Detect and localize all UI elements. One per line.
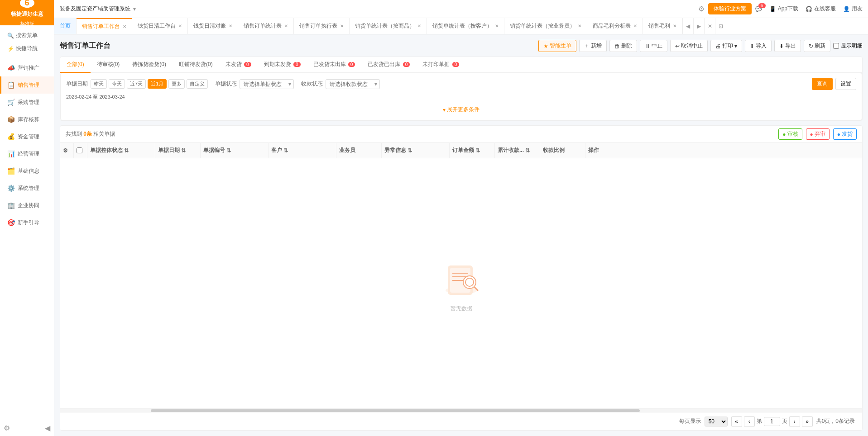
sidebar-item-sales-promo[interactable]: 📣 营销推广	[0, 59, 54, 76]
app-download-link[interactable]: 📱 App下载	[769, 5, 798, 13]
tab-expand-btn[interactable]: ⊡	[715, 18, 726, 34]
tab-close-icon[interactable]: ✕	[123, 24, 126, 29]
date-btn-custom[interactable]: 自定义	[187, 79, 208, 89]
settings-btn[interactable]: 设置	[835, 78, 856, 90]
industry-btn[interactable]: 体验行业方案	[708, 3, 752, 14]
tab-close-icon[interactable]: ✕	[417, 24, 421, 28]
tab-goods-stat-customer[interactable]: 销货单统计表（按客户） ✕	[427, 18, 504, 34]
user-menu[interactable]: 👤 用友	[843, 5, 863, 13]
approve-btn[interactable]: ● 审核	[778, 128, 802, 140]
page-next-btn[interactable]: ›	[789, 416, 800, 427]
tab-next-btn[interactable]: ▶	[693, 18, 704, 34]
filter-tab-not-printed[interactable]: 未打印单据 0	[416, 57, 465, 73]
smart-btn[interactable]: ★ 智能生单	[538, 40, 576, 52]
date-btn-more[interactable]: 更多	[168, 79, 185, 89]
page-input[interactable]	[764, 417, 780, 426]
quick-nav-item[interactable]: ⚡ 快捷导航	[4, 42, 50, 55]
tab-goods-margin[interactable]: 商品毛利分析表 ✕	[587, 18, 643, 34]
filter-tab-expired[interactable]: 到期未发货 0	[258, 57, 307, 73]
tab-close-icon[interactable]: ✕	[229, 24, 232, 28]
tab-prev-btn[interactable]: ◀	[682, 18, 693, 34]
query-btn[interactable]: 查询	[812, 78, 833, 90]
pause-btn[interactable]: ⏸ 中止	[640, 40, 667, 52]
add-btn[interactable]: ＋ 新增	[579, 40, 607, 52]
filter-tab-shipped-not-warehouse[interactable]: 已发货未出库 0	[307, 57, 362, 73]
show-detail-toggle[interactable]: 显示明细	[833, 42, 863, 50]
tab-close-icon[interactable]: ✕	[284, 24, 288, 28]
tab-close-icon[interactable]: ✕	[578, 24, 581, 28]
sidebar-item-sys-mgmt[interactable]: ⚙️ 系统管理	[0, 180, 54, 197]
filter-tab-pending-inspect[interactable]: 待拣货验货(0)	[126, 57, 173, 73]
th-customer[interactable]: 客户 ⇅	[269, 143, 336, 158]
per-page-select[interactable]: 50 100 200	[705, 417, 728, 427]
tab-close-icon[interactable]: ✕	[633, 24, 637, 28]
th-settings[interactable]: ⚙	[60, 143, 74, 158]
th-status[interactable]: 单据整体状态 ⇅	[87, 143, 155, 158]
tab-sales-exec[interactable]: 销售订单执行表 ✕	[294, 18, 350, 34]
search-menu-item[interactable]: 🔍 搜索菜单	[4, 29, 50, 42]
cancel-pause-btn[interactable]: ↩ 取消中止	[670, 40, 708, 52]
horizontal-scrollbar[interactable]	[60, 408, 862, 412]
tab-home[interactable]: 首页	[54, 18, 77, 34]
sidebar-item-operation[interactable]: 📊 经营管理	[0, 145, 54, 162]
filter-tab-pending-review[interactable]: 待审核(0)	[91, 57, 126, 73]
filter-tab-not-shipped[interactable]: 未发货 0	[219, 57, 258, 73]
sidebar-item-sales-mgmt[interactable]: 📋 销售管理	[0, 76, 54, 94]
sidebar-item-inventory[interactable]: 📦 库存核算	[0, 111, 54, 128]
scrollbar-thumb[interactable]	[151, 409, 640, 412]
tab-close-icon[interactable]: ✕	[673, 24, 676, 28]
collapse-icon[interactable]: ◀	[45, 424, 50, 432]
status-select[interactable]: 请选择单据状态	[240, 79, 294, 89]
th-checkbox[interactable]	[74, 143, 87, 158]
refresh-btn[interactable]: ↻ 刷新	[804, 40, 830, 52]
tab-daily-clear[interactable]: 钱货日清工作台 ✕	[132, 18, 188, 34]
delete-btn[interactable]: 🗑 删除	[609, 40, 637, 52]
show-detail-checkbox[interactable]	[833, 43, 839, 49]
date-btn-1month[interactable]: 近1月	[148, 79, 167, 89]
filter-tab-all[interactable]: 全部(0)	[60, 57, 91, 73]
payment-select[interactable]: 请选择收款状态	[326, 79, 380, 89]
filter-tab-shipped-out[interactable]: 已发货已出库 0	[361, 57, 416, 73]
th-amount[interactable]: 订单金额 ⇅	[450, 143, 495, 158]
sidebar-item-guide[interactable]: 🎯 新手引导	[0, 214, 54, 231]
system-dropdown-icon[interactable]: ▾	[133, 6, 136, 12]
date-btn-7days[interactable]: 近7天	[127, 79, 146, 89]
sidebar-item-finance[interactable]: 💰 资金管理	[0, 128, 54, 145]
page-last-btn[interactable]: »	[802, 416, 813, 427]
print-btn[interactable]: 🖨 打印 ▾	[710, 40, 742, 52]
online-service-link[interactable]: 🎧 在线客服	[806, 5, 836, 13]
th-salesman[interactable]: 业务员	[336, 143, 382, 158]
tab-cash-clear[interactable]: 钱货日清对账 ✕	[188, 18, 238, 34]
sidebar-item-enterprise[interactable]: 🏢 企业协同	[0, 197, 54, 214]
settings-bottom-icon[interactable]: ⚙	[4, 424, 10, 432]
th-date[interactable]: 单据日期 ⇅	[155, 143, 201, 158]
message-icon-area[interactable]: 💬 6	[755, 6, 762, 12]
th-abnormal[interactable]: 异常信息 ⇅	[382, 143, 450, 158]
th-collected[interactable]: 累计收款... ⇅	[495, 143, 540, 158]
header-settings-icon[interactable]: ⚙	[698, 5, 705, 13]
ship-btn[interactable]: ● 发货	[833, 128, 857, 140]
page-prev-btn[interactable]: ‹	[744, 416, 755, 427]
page-first-btn[interactable]: «	[731, 416, 742, 427]
tab-sales-margin[interactable]: 销售毛利 ✕	[643, 18, 682, 34]
tab-goods-stat-product[interactable]: 销货单统计表（按商品） ✕	[350, 18, 427, 34]
tab-sales-stat[interactable]: 销售订单统计表 ✕	[238, 18, 294, 34]
select-all-checkbox[interactable]	[77, 147, 82, 153]
tab-close-icon[interactable]: ✕	[178, 24, 182, 28]
tab-close-all-btn[interactable]: ✕	[704, 18, 715, 34]
sidebar-item-purchase-mgmt[interactable]: 🛒 采购管理	[0, 94, 54, 111]
filter-tab-wangpu[interactable]: 旺铺待发货(0)	[173, 57, 219, 73]
tab-sales-workbench[interactable]: 销售订单工作台 ✕	[77, 18, 132, 34]
reject-btn[interactable]: ● 弃审	[806, 128, 830, 140]
tab-close-icon[interactable]: ✕	[495, 24, 499, 28]
date-btn-yesterday[interactable]: 昨天	[91, 79, 107, 89]
expand-btn[interactable]: ▾ 展开更多条件	[443, 106, 480, 114]
date-btn-today[interactable]: 今天	[109, 79, 125, 89]
export-btn[interactable]: ⬇ 导出	[774, 40, 801, 52]
tab-close-icon[interactable]: ✕	[340, 24, 344, 28]
import-btn[interactable]: ⬆ 导入	[745, 40, 772, 52]
tab-goods-stat-salesman[interactable]: 销货单统计表（按业务员） ✕	[504, 18, 587, 34]
sidebar-item-base-info[interactable]: 🗂️ 基础信息	[0, 162, 54, 180]
refresh-btn-label: 刷新	[815, 42, 825, 50]
th-number[interactable]: 单据编号 ⇅	[201, 143, 269, 158]
